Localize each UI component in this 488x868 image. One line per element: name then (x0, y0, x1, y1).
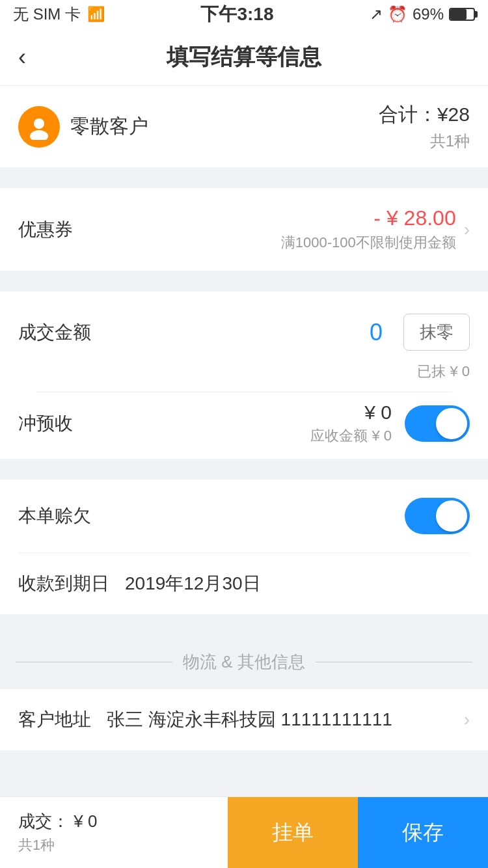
bottom-deal-label: 成交： (18, 811, 69, 831)
status-left: 无 SIM 卡 📶 (13, 4, 105, 25)
logistics-section: 物流 & 其他信息 (0, 635, 488, 689)
svg-point-1 (30, 130, 48, 140)
prepaid-toggle[interactable] (405, 405, 470, 442)
svg-point-0 (34, 118, 44, 129)
customer-row: 零散客户 合计：¥28 共1种 (0, 86, 488, 167)
total-count: 共1种 (379, 131, 470, 152)
battery-label: 69% (413, 5, 444, 23)
round-button[interactable]: 抹零 (403, 314, 470, 351)
deal-row: 成交金额 0 抹零 (18, 305, 470, 360)
debit-row: 本单赊欠 (0, 480, 488, 552)
prepaid-sub: 应收金额 ¥ 0 (310, 426, 392, 446)
status-bar: 无 SIM 卡 📶 下午3:18 ↗ ⏰ 69% (0, 0, 488, 29)
bottom-deal: 成交： ¥ 0 (18, 810, 210, 833)
due-date-value: 2019年12月30日 (125, 571, 261, 596)
alarm-icon: ⏰ (388, 5, 407, 23)
deal-label: 成交金额 (18, 320, 91, 345)
coupon-card: 优惠券 - ¥ 28.00 满1000-100不限制使用金额 › (0, 188, 488, 271)
address-card: 客户地址 张三 海淀永丰科技园 11111111111 › (0, 689, 488, 750)
logistics-divider: 物流 & 其他信息 (16, 651, 472, 673)
debit-toggle-knob (436, 500, 467, 532)
due-date-label: 收款到期日 (18, 571, 109, 596)
prepaid-row: 冲预收 ¥ 0 应收金额 ¥ 0 (18, 392, 470, 459)
debit-label: 本单赊欠 (18, 504, 91, 528)
coupon-right: - ¥ 28.00 满1000-100不限制使用金额 › (281, 206, 470, 252)
wifi-icon: 📶 (87, 6, 105, 23)
coupon-label: 优惠券 (18, 217, 73, 242)
due-date-row: 收款到期日 2019年12月30日 (0, 553, 488, 614)
bottom-count: 共1种 (18, 835, 210, 855)
address-value: 张三 海淀永丰科技园 11111111111 (107, 707, 464, 732)
status-right: ↗ ⏰ 69% (370, 5, 475, 23)
location-icon: ↗ (370, 5, 383, 23)
prepaid-label: 冲预收 (18, 411, 73, 436)
hang-button[interactable]: 挂单 (228, 797, 358, 869)
prepaid-amount: ¥ 0 (310, 401, 392, 424)
logistics-line-left (16, 662, 172, 662)
deal-right: 0 (370, 319, 383, 346)
customer-name: 零散客户 (70, 113, 148, 140)
back-button[interactable]: ‹ (18, 44, 26, 71)
battery-icon (449, 8, 475, 21)
coupon-desc: 满1000-100不限制使用金额 (281, 233, 456, 252)
status-time: 下午3:18 (200, 2, 273, 27)
avatar (18, 106, 60, 148)
toggle-knob (436, 408, 467, 439)
deal-section: 成交金额 0 抹零 已抹 ¥ 0 冲预收 ¥ 0 应收金额 ¥ 0 (0, 292, 488, 459)
address-label: 客户地址 (18, 707, 91, 732)
debit-card: 本单赊欠 收款到期日 2019年12月30日 (0, 480, 488, 614)
customer-left: 零散客户 (18, 106, 148, 148)
logistics-line-right (316, 662, 472, 662)
bottom-deal-amount: ¥ 0 (74, 811, 97, 831)
total-amount: 合计：¥28 (379, 102, 470, 128)
customer-card: 零散客户 合计：¥28 共1种 (0, 86, 488, 167)
deal-value: 0 (370, 319, 383, 346)
chevron-right-icon: › (464, 219, 470, 240)
address-row[interactable]: 客户地址 张三 海淀永丰科技园 11111111111 › (0, 689, 488, 750)
content: 零散客户 合计：¥28 共1种 优惠券 - ¥ 28.00 满1000-100不… (0, 86, 488, 868)
prepaid-info: ¥ 0 应收金额 ¥ 0 (310, 401, 392, 446)
address-chevron-icon: › (464, 709, 470, 730)
deal-sub: 已抹 ¥ 0 (417, 363, 470, 379)
nav-bar: ‹ 填写结算等信息 (0, 29, 488, 86)
bottom-bar: 成交： ¥ 0 共1种 挂单 保存 (0, 796, 488, 868)
save-button[interactable]: 保存 (358, 797, 488, 869)
coupon-info: - ¥ 28.00 满1000-100不限制使用金额 (281, 206, 456, 252)
sim-label: 无 SIM 卡 (13, 4, 81, 25)
coupon-amount: - ¥ 28.00 (281, 206, 456, 230)
bottom-left: 成交： ¥ 0 共1种 (0, 810, 228, 855)
coupon-row[interactable]: 优惠券 - ¥ 28.00 满1000-100不限制使用金额 › (0, 188, 488, 271)
customer-total: 合计：¥28 共1种 (379, 102, 470, 152)
logistics-text: 物流 & 其他信息 (183, 651, 305, 673)
debit-toggle[interactable] (405, 498, 470, 534)
page-title: 填写结算等信息 (167, 42, 321, 72)
